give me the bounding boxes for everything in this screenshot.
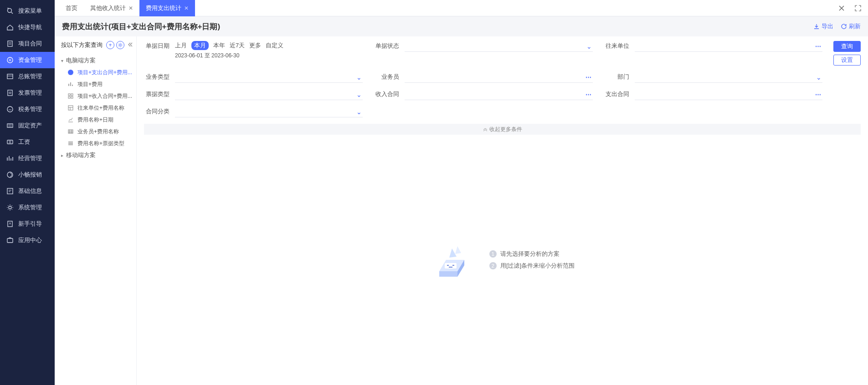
scheme-group[interactable]: ▸移动端方案 xyxy=(55,149,136,161)
sidebar-item-home[interactable]: 快捷导航 xyxy=(0,19,55,35)
collapse-panel-icon[interactable] xyxy=(127,42,133,49)
export-icon xyxy=(813,23,820,30)
scheme-item-label: 业务员+费用名称 xyxy=(77,128,119,136)
scheme-item[interactable]: 业务员+费用名称 xyxy=(55,126,136,137)
export-button[interactable]: 导出 xyxy=(813,22,833,30)
scheme-settings-button[interactable] xyxy=(116,41,124,49)
scheme-panel: 按以下方案查询 + ▾电脑端方案项目+支出合同+费用...项目+费用项目+收入合… xyxy=(55,36,137,385)
tab-1[interactable]: 其他收入统计✕ xyxy=(84,0,139,16)
chevron-down-icon: ⌄ xyxy=(356,91,362,98)
filter-bill-type: 票据类型 ⌄ xyxy=(144,89,363,100)
asset-icon xyxy=(6,122,14,129)
date-quick-option[interactable]: 近7天 xyxy=(230,41,245,50)
svg-rect-21 xyxy=(71,96,73,98)
sidebar-item-label: 系统管理 xyxy=(18,203,42,212)
salary-icon xyxy=(6,138,14,146)
date-quick-option[interactable]: 本年 xyxy=(213,41,225,50)
settings-button[interactable]: 设置 xyxy=(833,55,861,66)
empty-step-2: 2 用[过滤]条件来缩小分析范围 xyxy=(489,262,575,270)
filter-dept: 部门 ⌄ xyxy=(604,72,822,83)
date-quick-option[interactable]: 本月 xyxy=(191,41,209,50)
filter-income-contract: 收入合同 ⋯ xyxy=(374,89,592,100)
title-bar: 费用支出统计(项目+支出合同+费用名称+日期) 导出 刷新 xyxy=(55,16,868,36)
sidebar-item-ledger[interactable]: 总账管理 xyxy=(0,68,55,85)
add-scheme-button[interactable]: + xyxy=(106,41,114,49)
board-icon xyxy=(67,105,74,111)
scheme-item[interactable]: 项目+收入合同+费用... xyxy=(55,90,136,102)
contract-class-select[interactable]: ⌄ xyxy=(175,106,363,117)
sidebar-item-label: 新手引导 xyxy=(18,220,42,228)
filter-form: 单据日期 上月本月本年近7天更多自定义 2023-06-01 至 2023-06… xyxy=(137,36,868,135)
refresh-icon xyxy=(841,23,847,30)
date-quick-option[interactable]: 更多 xyxy=(249,41,261,50)
scheme-item-label: 项目+收入合同+费用... xyxy=(77,92,132,100)
svg-rect-11 xyxy=(7,188,13,194)
expense-icon xyxy=(6,171,14,178)
svg-rect-29 xyxy=(452,265,454,266)
date-quick-option[interactable]: 自定义 xyxy=(266,41,283,50)
date-quick-option[interactable]: 上月 xyxy=(175,41,187,50)
filter-salesman: 业务员 ⋯ xyxy=(374,72,592,83)
fullscreen-icon[interactable] xyxy=(853,3,863,14)
tab-close-icon[interactable]: ✕ xyxy=(184,5,189,11)
sidebar-item-salary[interactable]: 工资 xyxy=(0,134,55,150)
close-icon[interactable] xyxy=(836,3,847,14)
sidebar-item-label: 资金管理 xyxy=(18,56,42,64)
status-select[interactable]: ⌄ xyxy=(405,41,592,52)
svg-rect-14 xyxy=(7,238,13,243)
bill-type-select[interactable]: ⌄ xyxy=(175,89,363,100)
svg-point-15 xyxy=(119,44,121,46)
tab-label: 其他收入统计 xyxy=(90,4,126,12)
collapse-filters-button[interactable]: 收起更多条件 xyxy=(144,124,861,135)
ellipsis-icon: ⋯ xyxy=(586,91,592,98)
grid-icon xyxy=(67,93,74,99)
svg-rect-23 xyxy=(68,130,73,133)
scheme-group[interactable]: ▾电脑端方案 xyxy=(55,55,136,66)
partner-lookup[interactable]: ⋯ xyxy=(635,41,822,52)
content-area: 单据日期 上月本月本年近7天更多自定义 2023-06-01 至 2023-06… xyxy=(137,36,868,385)
refresh-button[interactable]: 刷新 xyxy=(841,22,861,30)
tab-2[interactable]: 费用支出统计✕ xyxy=(139,0,195,16)
dept-select[interactable]: ⌄ xyxy=(635,72,822,83)
svg-point-5 xyxy=(9,92,11,94)
sidebar-item-operation[interactable]: 经营管理 xyxy=(0,150,55,167)
svg-rect-30 xyxy=(449,267,452,268)
expense-contract-lookup[interactable]: ⋯ xyxy=(635,89,822,100)
tab-close-icon[interactable]: ✕ xyxy=(128,5,133,11)
sidebar-item-contract[interactable]: 项目合同 xyxy=(0,35,55,52)
svg-point-17 xyxy=(70,71,72,74)
tab-0[interactable]: 首页 xyxy=(59,0,84,16)
sidebar-item-expense[interactable]: 小畅报销 xyxy=(0,167,55,183)
sidebar-item-label: 项目合同 xyxy=(18,40,42,48)
sidebar-item-base[interactable]: 基础信息 xyxy=(0,183,55,199)
salesman-lookup[interactable]: ⋯ xyxy=(405,72,592,83)
sidebar-item-funds[interactable]: 资金管理 xyxy=(0,52,55,68)
scheme-item[interactable]: 费用名称+日期 xyxy=(55,114,136,126)
base-icon xyxy=(6,187,14,195)
query-button[interactable]: 查询 xyxy=(833,41,861,52)
scheme-item[interactable]: 项目+费用 xyxy=(55,78,136,90)
page-title: 费用支出统计(项目+支出合同+费用名称+日期) xyxy=(62,21,220,32)
tab-label: 首页 xyxy=(66,4,77,12)
empty-state: 1 请先选择要分析的方案 2 用[过滤]条件来缩小分析范围 xyxy=(137,135,868,385)
sidebar-item-tax[interactable]: 税务管理 xyxy=(0,101,55,117)
system-icon xyxy=(6,204,14,211)
sidebar-item-label: 快捷导航 xyxy=(18,23,42,31)
sidebar-item-invoice[interactable]: 发票管理 xyxy=(0,85,55,101)
sidebar-item-asset[interactable]: 固定资产 xyxy=(0,117,55,134)
svg-rect-18 xyxy=(68,94,70,96)
tabs-bar: 首页其他收入统计✕费用支出统计✕ xyxy=(55,0,868,16)
sidebar-item-system[interactable]: 系统管理 xyxy=(0,199,55,216)
svg-rect-22 xyxy=(68,106,73,110)
scheme-item[interactable]: 费用名称+票据类型 xyxy=(55,137,136,149)
sidebar-item-apps[interactable]: 应用中心 xyxy=(0,232,55,248)
biz-type-select[interactable]: ⌄ xyxy=(175,72,363,83)
sidebar-item-search[interactable]: 搜索菜单 xyxy=(0,3,55,19)
income-contract-lookup[interactable]: ⋯ xyxy=(405,89,592,100)
chart-icon xyxy=(67,117,74,123)
sidebar-item-guide[interactable]: 新手引导 xyxy=(0,216,55,232)
chevron-down-icon: ⌄ xyxy=(356,74,362,81)
scheme-item[interactable]: 项目+支出合同+费用... xyxy=(55,66,136,78)
scheme-item[interactable]: 往来单位+费用名称 xyxy=(55,102,136,114)
filter-status: 单据状态 ⌄ xyxy=(374,41,592,52)
